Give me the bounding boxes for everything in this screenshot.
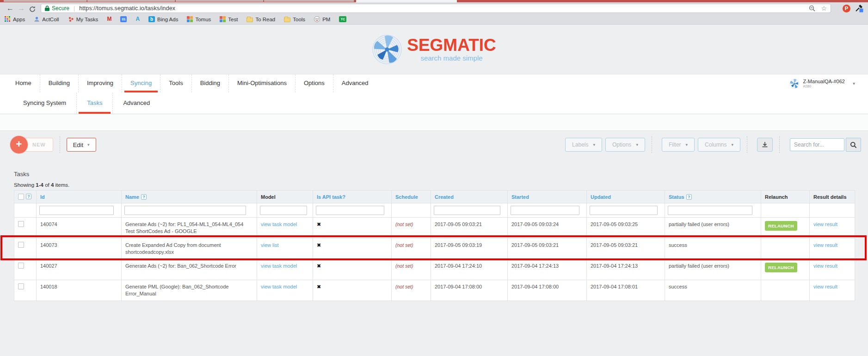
filter-input-updated[interactable] (590, 206, 658, 215)
subnav-item-advanced[interactable]: Advanced (112, 92, 160, 114)
sort-link-updated[interactable]: Updated (591, 194, 611, 200)
cell-started: 2017-09-04 17:24:13 (508, 259, 587, 280)
view-task-model-link[interactable]: view task model (261, 221, 297, 227)
column-header-created: Created (431, 190, 508, 203)
relaunch-button[interactable]: RELAUNCH (765, 263, 797, 272)
chevron-down-icon: ▾ (853, 81, 855, 86)
bookmark-actcoll[interactable]: ActColl (34, 16, 59, 22)
view-task-model-link[interactable]: view task model (261, 284, 297, 289)
bookmark-test[interactable]: Test (220, 16, 238, 22)
plus-icon[interactable]: + (10, 136, 28, 153)
bookmark-to-read[interactable]: To Read (246, 17, 275, 22)
nav-item-bidding[interactable]: Bidding (191, 74, 228, 92)
bookmark-tc[interactable]: TC (339, 16, 346, 22)
bookmark-label: ActColl (42, 17, 59, 22)
bookmark-analytics[interactable]: A (135, 16, 140, 22)
nav-item-options[interactable]: Options (295, 74, 333, 92)
user-menu[interactable]: Z-ManualQA-#062 #280 ▾ (789, 74, 855, 92)
filter-input-name[interactable] (124, 206, 246, 215)
back-button[interactable]: ← (5, 4, 16, 13)
search-input[interactable] (790, 138, 844, 151)
labels-label: Labels (572, 141, 588, 148)
chevron-down-icon: ▾ (686, 142, 688, 147)
bookmark-star-icon[interactable]: ☆ (821, 5, 827, 12)
filter-input-model[interactable] (260, 206, 307, 215)
extension-p-icon[interactable]: P (843, 5, 850, 12)
help-icon[interactable]: ? (26, 194, 31, 199)
cell-name: Generate Ads (~2) for: PL1_054-ML1_054-M… (122, 218, 257, 239)
sort-link-id[interactable]: Id (40, 194, 45, 200)
nav-item-advanced[interactable]: Advanced (333, 74, 377, 92)
browser-tab[interactable] (87, 0, 175, 2)
row-checkbox[interactable] (18, 221, 24, 227)
bookmark-gmail[interactable]: M (107, 16, 111, 22)
cell-schedule: (not set) (395, 263, 413, 269)
nav-item-home[interactable]: Home (7, 74, 40, 92)
filter-input-status[interactable] (668, 206, 752, 215)
grid-content: Tasks Showing 1-4 of 4 items. ? Id Name?… (0, 171, 868, 301)
nav-item-mini-optimisations[interactable]: Mini-Optimisations (228, 74, 295, 92)
bookmark-calendar[interactable]: 31 (120, 16, 127, 22)
help-icon[interactable]: ? (141, 194, 147, 200)
view-list-link[interactable]: view list (261, 242, 279, 248)
refresh-button[interactable] (27, 5, 38, 12)
relaunch-button[interactable]: RELAUNCH (765, 221, 797, 231)
row-checkbox[interactable] (18, 242, 24, 248)
bookmark-my-tasks[interactable]: My Tasks (68, 16, 98, 22)
sort-link-status[interactable]: Status (669, 194, 684, 200)
forward-button[interactable]: → (16, 4, 27, 13)
nav-item-improving[interactable]: Improving (78, 74, 122, 92)
view-result-link[interactable]: view result (813, 242, 837, 248)
view-task-model-link[interactable]: view task model (261, 263, 297, 269)
apps-grid-icon (5, 16, 11, 22)
row-checkbox[interactable] (18, 263, 24, 269)
bookmark-pm[interactable]: PM (314, 16, 330, 22)
subnav-item-tasks[interactable]: Tasks (76, 92, 112, 114)
secure-indicator[interactable]: Secure (45, 5, 69, 12)
subnav-item-syncing-system[interactable]: Syncing System (13, 92, 76, 114)
filter-input-id[interactable] (39, 206, 114, 215)
url-bar[interactable]: Secure | https://tomus.segmatic.io/tasks… (41, 4, 831, 13)
bookmark-tomus[interactable]: Tomus (187, 16, 211, 22)
new-button[interactable]: + NEW (10, 136, 53, 153)
view-result-link[interactable]: view result (813, 263, 837, 269)
nav-item-building[interactable]: Building (40, 74, 78, 92)
edit-dropdown-button[interactable]: Edit ▾ (67, 138, 96, 152)
bookmark-tools[interactable]: Tools (284, 17, 305, 22)
bookmark-label: Test (228, 17, 238, 22)
url-text: https://tomus.segmatic.io/tasks/index (79, 5, 175, 12)
sort-link-schedule[interactable]: Schedule (395, 194, 418, 200)
browser-tab[interactable] (176, 0, 264, 2)
cell-id: 140073 (37, 239, 122, 259)
sort-link-is-api[interactable]: Is API task? (317, 194, 345, 200)
nav-item-tools[interactable]: Tools (160, 74, 191, 92)
row-checkbox[interactable] (18, 283, 24, 289)
options-dropdown-button[interactable]: Options ▾ (605, 138, 645, 152)
filter-input-created[interactable] (434, 206, 500, 215)
help-icon[interactable]: ? (686, 194, 692, 200)
filter-dropdown-button[interactable]: Filter ▾ (662, 138, 695, 152)
select-all-checkbox[interactable] (18, 194, 24, 200)
sort-link-started[interactable]: Started (511, 194, 529, 200)
cell-updated: 2017-09-05 09:03:25 (587, 218, 665, 239)
sort-link-created[interactable]: Created (435, 194, 454, 200)
filter-input-started[interactable] (511, 206, 579, 215)
gmail-icon: M (107, 16, 111, 22)
view-result-link[interactable]: view result (813, 221, 837, 227)
browser-tab[interactable] (264, 0, 354, 2)
download-icon (762, 141, 768, 148)
download-button[interactable] (757, 138, 773, 152)
search-button[interactable] (846, 138, 861, 152)
bookmark-apps[interactable]: Apps (5, 16, 25, 22)
zoom-out-icon[interactable] (809, 5, 815, 12)
filter-input-is-api[interactable] (316, 206, 384, 215)
extension-eyedropper-icon[interactable] (855, 4, 863, 12)
browser-tab[interactable] (4, 0, 87, 2)
labels-dropdown-button[interactable]: Labels ▾ (565, 138, 602, 152)
user-name: Z-ManualQA-#062 (803, 79, 845, 84)
view-result-link[interactable]: view result (813, 284, 837, 289)
nav-item-syncing[interactable]: Syncing (122, 74, 160, 92)
sort-link-name[interactable]: Name (125, 194, 139, 200)
bookmark-bing-ads[interactable]: b Bing Ads (148, 16, 178, 22)
columns-dropdown-button[interactable]: Columns ▾ (698, 138, 740, 152)
